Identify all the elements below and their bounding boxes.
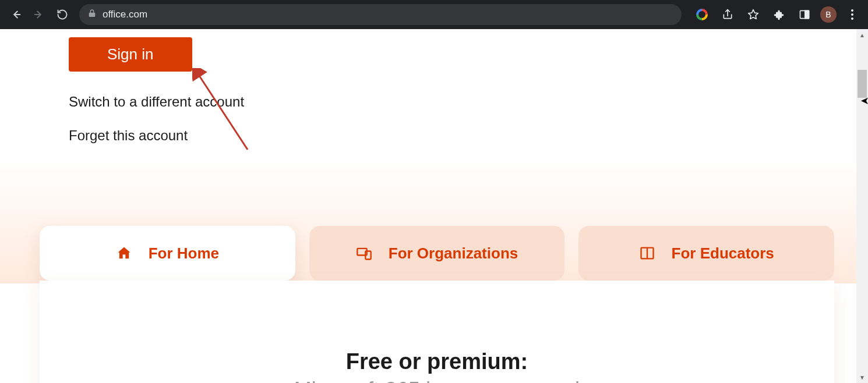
book-icon [639, 245, 655, 261]
tab-edu-label: For Educators [672, 244, 774, 263]
svg-marker-3 [749, 10, 758, 19]
vertical-scrollbar[interactable]: ▲ ▼ ➤ [856, 29, 868, 383]
scroll-thumb[interactable] [858, 70, 867, 98]
page-content: Sign in Switch to a different account Fo… [0, 29, 856, 383]
page-viewport: Sign in Switch to a different account Fo… [0, 29, 868, 383]
lock-icon [87, 9, 97, 21]
toolbar-right: B [692, 5, 862, 24]
profile-initial: B [825, 10, 831, 19]
forget-account-link[interactable]: Forget this account [69, 127, 856, 144]
home-icon [116, 245, 132, 261]
tab-for-educators[interactable]: For Educators [578, 226, 834, 281]
devices-icon [356, 245, 372, 261]
bookmark-star-icon[interactable] [743, 5, 763, 24]
extensions-icon[interactable] [769, 5, 789, 24]
side-panel-icon[interactable] [795, 5, 814, 24]
tab-for-organizations[interactable]: For Organizations [309, 226, 565, 281]
sign-in-label: Sign in [107, 45, 154, 63]
switch-account-label: Switch to a different account [69, 94, 244, 109]
account-section: Sign in Switch to a different account Fo… [0, 29, 856, 161]
sign-in-button[interactable]: Sign in [69, 37, 192, 72]
headline-line1: Free or premium: [40, 349, 834, 374]
tab-for-home[interactable]: For Home [40, 226, 295, 281]
google-services-icon[interactable] [692, 5, 712, 24]
scroll-down-arrow[interactable]: ▼ [856, 371, 868, 383]
browser-toolbar: office.com B [0, 0, 868, 29]
profile-avatar[interactable]: B [820, 6, 837, 23]
reload-button[interactable] [52, 5, 72, 24]
address-bar[interactable]: office.com [79, 4, 682, 25]
url-text: office.com [103, 9, 147, 20]
forward-button[interactable] [29, 5, 49, 24]
back-button[interactable] [6, 5, 26, 24]
tab-home-label: For Home [149, 244, 219, 263]
forget-account-label: Forget this account [69, 127, 188, 143]
chrome-menu-icon[interactable] [842, 5, 862, 24]
content-panel: Free or premium: Microsoft 365 has you c… [40, 281, 834, 383]
switch-account-link[interactable]: Switch to a different account [69, 94, 856, 110]
share-icon[interactable] [718, 5, 738, 24]
headline-line2: Microsoft 365 has you covered [40, 378, 834, 383]
scroll-up-arrow[interactable]: ▲ [856, 29, 868, 41]
audience-tabs: For Home For Organizations For Educators [40, 226, 834, 281]
svg-rect-5 [805, 10, 809, 18]
tab-orgs-label: For Organizations [389, 244, 518, 263]
